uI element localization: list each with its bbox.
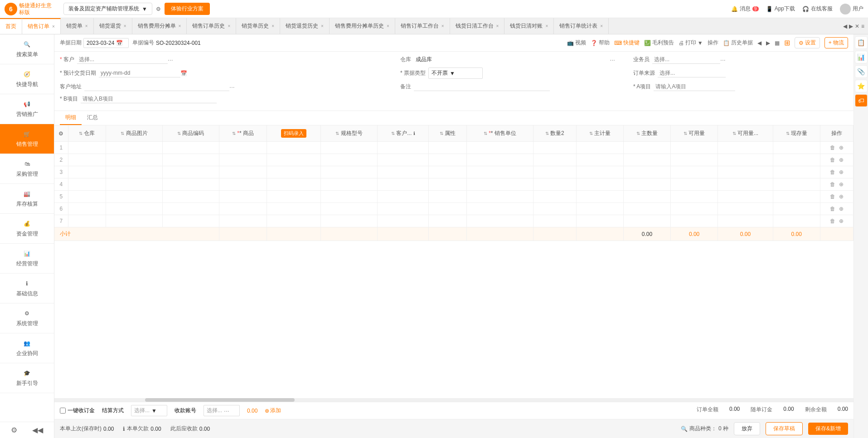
scrollbar-thumb[interactable] [145,398,295,402]
system-selector[interactable]: 装备及固定资产辅助管理系统 ▼ [63,3,152,15]
industry-btn[interactable]: 体验行业方案 [165,3,210,15]
tab-menu-icon[interactable]: ≡ [861,23,864,29]
tab-sales-return[interactable]: 销货退货 × [94,18,132,34]
sidebar-item-quicknav[interactable]: 🧭 快捷导航 [0,64,54,94]
sidebar-item-enterprise[interactable]: 👥 企业协同 [0,333,54,363]
tab-fee-history[interactable]: 销售费用分摊单历史 × [330,18,395,34]
address-input[interactable] [84,82,229,91]
payment-method-select[interactable]: 选择... ▼ [131,405,167,416]
row-action-2[interactable]: 🗑 ⊕ [820,154,853,166]
sidebar-item-marketing[interactable]: 📢 营销推广 [0,94,54,124]
row-action-7[interactable]: 🗑 ⊕ [820,215,853,227]
right-panel-icon-4[interactable]: ⭐ [855,80,868,92]
history-btn[interactable]: 📋 历史单据 [723,39,753,47]
sidebar-item-inventory[interactable]: 🏭 库存核算 [0,184,54,214]
account-select[interactable]: 选择... ··· [204,405,240,416]
row-action-3[interactable]: 🗑 ⊕ [820,166,853,178]
toolbar-expand-icon[interactable]: ⊞ [784,39,790,47]
tab-order-stats[interactable]: 销售订单统计表 × [554,18,609,34]
copy-icon[interactable]: ⊕ [839,206,844,212]
table-tab-detail[interactable]: 明细 [60,111,82,125]
delivery-date-input[interactable] [99,69,180,77]
copy-icon[interactable]: ⊕ [839,181,844,188]
row-action-5[interactable]: 🗑 ⊕ [820,191,853,203]
customer-input[interactable] [77,55,168,64]
tab-return-history[interactable]: 销货退货历史 × [280,18,330,34]
delivery-date-calendar-icon[interactable]: 📅 [180,70,187,77]
delete-icon[interactable]: 🗑 [830,218,835,224]
customer-dots-btn[interactable]: ··· [168,56,173,63]
tab-sales-fee[interactable]: 销售费用分摊单 × [132,18,187,34]
settings-icon[interactable]: ⚙ [156,6,161,12]
operation-btn[interactable]: 操作 [708,39,718,47]
tab-sales-order-history[interactable]: 销售订单历史 × [187,18,236,34]
toolbar-grid-icon[interactable]: ▦ [775,40,780,46]
tab-sales-order[interactable]: 销售订单 × [22,18,61,34]
address-dots-btn[interactable]: ··· [229,83,235,91]
date-input-box[interactable]: 2023-03-24 📅 [83,38,129,48]
close-icon[interactable]: × [85,24,88,29]
close-icon[interactable]: × [124,24,126,29]
close-icon[interactable]: × [228,24,230,29]
delete-icon[interactable]: 🗑 [830,157,835,163]
close-icon[interactable]: × [496,24,499,29]
tab-home[interactable]: 首页 [0,18,22,34]
right-panel-icon-3[interactable]: 📎 [855,65,868,78]
row-action-6[interactable]: 🗑 ⊕ [820,203,853,215]
sidebar-item-system[interactable]: ⚙ 系统管理 [0,303,54,333]
toolbar-nav-prev[interactable]: ◀ [757,40,761,46]
profit-btn[interactable]: 💹 毛利预告 [644,39,674,47]
order-source-input[interactable] [658,69,726,77]
copy-icon[interactable]: ⊕ [839,193,844,200]
scan-btn[interactable]: 扫码录入 [281,129,306,138]
right-panel-icon-1[interactable]: 📋 [855,36,868,49]
th-settings[interactable]: ⚙ [54,125,68,142]
discard-btn[interactable]: 放弃 [734,422,760,435]
close-icon[interactable]: × [387,24,389,29]
calendar-icon[interactable]: 📅 [116,40,123,46]
tab-next-icon[interactable]: ▶ [849,23,853,29]
view-btn[interactable]: 📺 视频 [567,39,586,47]
close-icon[interactable]: × [52,24,55,29]
sidebar-item-basic-info[interactable]: ℹ 基础信息 [0,274,54,303]
sidebar-settings-icon[interactable]: ⚙ [11,426,17,434]
right-panel-icon-2[interactable]: 📊 [855,51,868,63]
sidebar-item-guide[interactable]: 🎓 新手引导 [0,363,54,393]
warehouse-dots-btn[interactable]: ··· [610,56,615,63]
add-row-btn[interactable]: + 物流 [824,37,848,48]
tab-daily-reconcile[interactable]: 钱货日清对账 × [504,18,554,34]
invoice-type-select[interactable]: 不开票 ▼ [428,67,483,79]
right-panel-icon-5[interactable]: 🏷 [855,94,868,107]
help-btn[interactable]: ❓ 帮助 [591,39,610,47]
one-key-checkbox[interactable] [60,408,66,414]
tab-sales-bill-history[interactable]: 销货单历史 × [236,18,280,34]
shortcut-btn[interactable]: ⌨ 快捷键 [614,39,640,47]
sidebar-item-purchase[interactable]: 🛍 采购管理 [0,154,54,184]
horizontal-scrollbar[interactable] [54,398,853,402]
copy-icon[interactable]: ⊕ [839,157,844,163]
table-tab-summary[interactable]: 汇总 [82,111,103,125]
close-icon[interactable]: × [545,24,548,29]
salesperson-dots-btn[interactable]: ··· [720,56,726,63]
copy-icon[interactable]: ⊕ [839,169,844,175]
a-project-input[interactable] [654,82,735,91]
close-icon[interactable]: × [272,24,274,29]
tab-sales-bill[interactable]: 销货单 × [61,18,94,34]
online-service-btn[interactable]: 🎧 在线客服 [802,5,833,13]
copy-icon[interactable]: ⊕ [839,218,844,224]
close-icon[interactable]: × [441,24,444,29]
account-dots-btn[interactable]: ··· [224,407,229,414]
app-download-btn[interactable]: 📱 App下载 [766,5,795,13]
remark-input[interactable] [414,82,550,91]
tab-prev-icon[interactable]: ◀ [843,23,847,29]
delete-icon[interactable]: 🗑 [830,206,835,212]
salesperson-input[interactable] [652,55,720,64]
row-action-1[interactable]: 🗑 ⊕ [820,142,853,154]
sidebar-item-operations[interactable]: 📊 经营管理 [0,244,54,274]
sidebar-item-finance[interactable]: 💰 资金管理 [0,214,54,244]
user-avatar[interactable]: 用户 [840,4,863,14]
close-icon[interactable]: × [179,24,181,29]
close-icon[interactable]: × [321,24,324,29]
row-action-4[interactable]: 🗑 ⊕ [820,178,853,191]
save-draft-btn[interactable]: 保存草稿 [766,422,803,435]
